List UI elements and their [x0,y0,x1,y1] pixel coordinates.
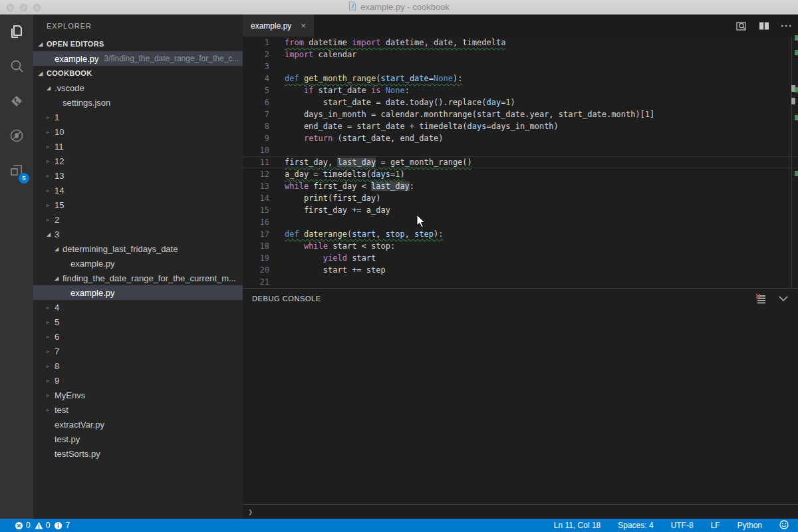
tree-item[interactable]: ▹test [33,402,243,417]
window-close-button[interactable] [7,4,14,11]
twisty-expanded-icon[interactable]: ◢ [39,41,47,47]
close-panel-chevron-icon[interactable] [778,295,789,302]
code-line[interactable]: 21 [243,276,798,288]
code-line[interactable]: 2import calendar [243,49,798,61]
tree-item[interactable]: ▹12 [33,154,243,168]
code-line[interactable]: 4def get_month_range(start_date=None): [243,72,798,84]
twisty-expanded-icon[interactable]: ◢ [55,246,63,252]
tree-item[interactable]: example.py3/finding_the_date_range_for_t… [33,51,243,66]
code-editor[interactable]: 1from datetime import datetime, date, ti… [243,37,798,288]
tree-item[interactable]: test.py [33,432,243,446]
twisty-collapsed-icon[interactable]: ▹ [47,129,55,135]
tree-item[interactable]: ▹4 [33,300,243,315]
tree-item[interactable]: ◢determining_last_fridays_date [33,241,243,256]
activity-source-control[interactable] [0,84,33,118]
debug-console-input[interactable]: ❯ [243,504,798,519]
twisty-expanded-icon[interactable]: ◢ [39,70,47,76]
tree-item[interactable]: testSorts.py [33,446,243,461]
tree-item[interactable]: ▹9 [33,373,243,388]
tree-item[interactable]: ▹15 [33,198,243,212]
window-minimize-button[interactable] [20,4,27,11]
twisty-expanded-icon[interactable]: ◢ [47,85,55,91]
tree-item[interactable]: ▹7 [33,344,243,358]
activity-search[interactable] [0,49,33,84]
twisty-collapsed-icon[interactable]: ▹ [47,144,55,150]
code-line[interactable]: 3 [243,61,798,72]
tree-item[interactable]: ▹10 [33,124,243,139]
code-line[interactable]: 8 end_date = start_date + timedelta(days… [243,120,798,132]
code-line[interactable]: 13while first_day < last_day: [243,180,798,192]
tree-item[interactable]: ▹6 [33,329,243,344]
tree-item[interactable]: ▹2 [33,212,243,227]
code-line[interactable]: 1from datetime import datetime, date, ti… [243,37,798,49]
code-line[interactable]: 12a_day = timedelta(days=1) [243,168,798,180]
tree-item[interactable]: ▹14 [33,183,243,198]
tree-item[interactable]: example.py [33,256,243,271]
code-line[interactable]: 14 print(first_day) [243,192,798,204]
open-preview-icon[interactable] [735,20,747,31]
split-editor-icon[interactable] [758,21,770,31]
tree-item[interactable]: ▹11 [33,139,243,154]
twisty-expanded-icon[interactable]: ◢ [47,231,55,237]
twisty-expanded-icon[interactable]: ◢ [55,275,63,281]
file-icon [348,1,356,13]
tree-item[interactable]: example.py [33,285,243,300]
twisty-collapsed-icon[interactable]: ▹ [47,334,55,340]
code-line[interactable]: 11first_day, last_day = get_month_range(… [243,156,798,168]
twisty-collapsed-icon[interactable]: ▹ [47,217,55,223]
code-line[interactable]: 15 first_day += a_day [243,204,798,216]
more-actions-icon[interactable]: ··· [781,20,793,31]
code-line[interactable]: 9 return (start_date, end_date) [243,132,798,144]
twisty-collapsed-icon[interactable]: ▹ [47,378,55,384]
twisty-collapsed-icon[interactable]: ▹ [47,202,55,208]
tree-section-header[interactable]: ◢COOKBOOK [33,66,243,80]
tree-item[interactable]: ▹5 [33,315,243,329]
tree-item[interactable]: ▹1 [33,110,243,124]
code-line[interactable]: 16 [243,216,798,228]
code-line[interactable]: 18 while start < stop: [243,240,798,252]
status-eol[interactable]: LF [711,521,720,530]
tree-item[interactable]: ◢.vscode [33,80,243,95]
twisty-collapsed-icon[interactable]: ▹ [47,348,55,354]
code-line[interactable]: 10 [243,144,798,156]
tab-close-icon[interactable]: × [301,21,306,31]
tree-item[interactable]: settings.json [33,95,243,110]
status-indentation[interactable]: Spaces: 4 [618,521,653,530]
tree-item[interactable]: ◢finding_the_date_range_for_the_current_… [33,271,243,285]
code-line[interactable]: 20 start += step [243,264,798,276]
twisty-collapsed-icon[interactable]: ▹ [47,188,55,194]
twisty-collapsed-icon[interactable]: ▹ [47,363,55,369]
tab-example-py[interactable]: example.py × [243,15,314,37]
overview-ruler[interactable] [791,37,798,288]
twisty-collapsed-icon[interactable]: ▹ [47,392,55,398]
twisty-collapsed-icon[interactable]: ▹ [47,158,55,164]
twisty-collapsed-icon[interactable]: ▹ [47,114,55,120]
status-cursor-position[interactable]: Ln 11, Col 18 [554,521,601,530]
tree-item[interactable]: extractVar.py [33,417,243,432]
activity-debug[interactable] [0,118,33,153]
tree-section-header[interactable]: ◢OPEN EDITORS [33,37,243,51]
problems-summary[interactable]: 0 0 7 [0,521,70,530]
code-line[interactable]: 6 start_date = date.today().replace(day=… [243,96,798,108]
tree-item[interactable]: ◢3 [33,227,243,241]
status-encoding[interactable]: UTF-8 [671,521,694,530]
code-line[interactable]: 19 yield start [243,252,798,264]
clear-console-icon[interactable] [755,294,766,304]
window-zoom-button[interactable] [33,4,41,11]
feedback-smiley-icon[interactable] [779,520,789,531]
twisty-collapsed-icon[interactable]: ▹ [47,407,55,413]
twisty-collapsed-icon[interactable]: ▹ [47,319,55,325]
tree-item[interactable]: ▹MyEnvs [33,388,243,402]
tree-item[interactable]: ▹8 [33,358,243,373]
code-line[interactable]: 17def daterange(start, stop, step): [243,228,798,240]
activity-explorer[interactable] [0,15,33,49]
twisty-collapsed-icon[interactable]: ▹ [47,173,55,179]
line-number: 15 [243,204,269,216]
activity-extensions[interactable]: 5 [0,153,33,188]
twisty-collapsed-icon[interactable]: ▹ [47,305,55,311]
code-line[interactable]: 5 if start_date is None: [243,84,798,96]
tree-item[interactable]: ▹13 [33,168,243,183]
tree-item-label: 5 [55,317,59,327]
code-line[interactable]: 7 days_in_month = calendar.monthrange(st… [243,108,798,120]
status-language-mode[interactable]: Python [737,521,762,530]
